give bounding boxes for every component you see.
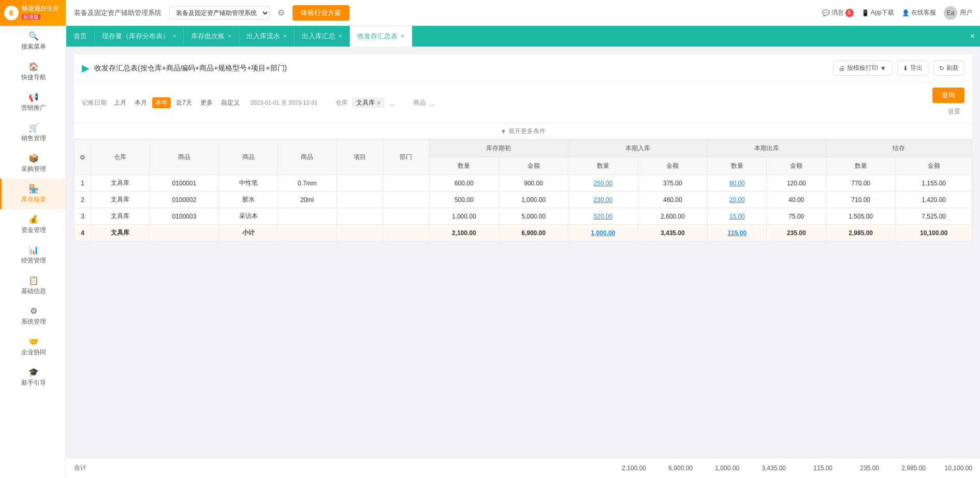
cell-out-amt: 235.00: [767, 225, 826, 241]
query-btn[interactable]: 查询: [932, 88, 964, 103]
tab-stock-dist[interactable]: 现存量（库存分布表） ×: [95, 26, 184, 47]
cell-goods-spec: [277, 208, 337, 225]
refresh-icon: ↻: [939, 65, 944, 72]
table-settings-icon[interactable]: ⚙: [80, 154, 85, 161]
sidebar-item-search[interactable]: 🔍 搜索菜单: [0, 26, 66, 56]
footer-bal-amt: 10,100.00: [931, 465, 972, 472]
sidebar-item-basic[interactable]: 📋 基础信息: [0, 270, 66, 301]
col-warehouse-header: 仓库: [91, 140, 150, 175]
cell-open-amt: 1,000.00: [499, 192, 568, 208]
tab-inout-flow[interactable]: 出入库流水 ×: [239, 26, 295, 47]
tab-close-batch[interactable]: ×: [228, 33, 231, 40]
subtotal-in-qty-link[interactable]: 1,000.00: [591, 229, 616, 237]
sidebar-item-newbie[interactable]: 🎓 新手引导: [0, 362, 66, 393]
date-btn-7days[interactable]: 近7天: [173, 97, 195, 108]
search-icon: 🔍: [28, 31, 39, 41]
cell-bal-amt: 1,155.00: [896, 175, 972, 192]
online-service-btn[interactable]: 👤 在线客服: [902, 8, 936, 17]
cell-in-qty: 230.00: [568, 192, 638, 208]
user-menu[interactable]: Ea 用户: [944, 6, 972, 20]
tab-close-inout-summary[interactable]: ×: [339, 33, 342, 40]
out-qty-link[interactable]: 15.00: [729, 213, 745, 220]
footer-out-amt: 235.00: [838, 465, 879, 472]
cell-dept: [383, 192, 429, 208]
expand-more-btn[interactable]: ▼ 展开更多条件: [501, 127, 546, 136]
cell-out-qty: 20.00: [708, 192, 767, 208]
sidebar-item-quick[interactable]: 🏠 快捷导航: [0, 56, 66, 87]
col-in-qty: 数量: [568, 157, 638, 175]
footer-bal-qty: 2,985.00: [884, 465, 926, 472]
footer-label: 合计: [74, 463, 86, 472]
date-filter-group: 记账日期 上月 本月 本年 近7天 更多 自定义: [82, 97, 243, 108]
main-content: ▶ 收发存汇总表(按仓库+商品编码+商品+规格型号+项目+部门) 🖨 按模板打印…: [66, 47, 980, 478]
cell-goods-name: 中性笔: [219, 175, 277, 192]
printer-icon: 🖨: [839, 65, 845, 72]
in-qty-link[interactable]: 230.00: [594, 196, 613, 204]
tab-close-recv-send[interactable]: ×: [401, 33, 404, 40]
date-btn-more[interactable]: 更多: [197, 97, 216, 108]
date-btn-this-year[interactable]: 本年: [152, 97, 171, 108]
in-qty-link[interactable]: 520.00: [594, 213, 613, 220]
cell-dept: [383, 208, 429, 225]
cell-goods-spec: 0.7mm: [277, 175, 337, 192]
out-qty-link[interactable]: 80.00: [729, 180, 745, 187]
cell-goods-code: 0100002: [150, 192, 219, 208]
basic-icon: 📋: [28, 276, 39, 285]
sidebar-item-collab[interactable]: 🤝 企业协同: [0, 331, 66, 362]
message-btn[interactable]: 💬 消息 6: [822, 8, 854, 17]
tab-close-stock-dist[interactable]: ×: [172, 33, 176, 40]
cell-bal-qty: 770.00: [826, 175, 895, 192]
cell-bal-amt: 1,420.00: [896, 192, 972, 208]
warehouse-more-dots[interactable]: ...: [389, 99, 395, 107]
cell-no: 1: [75, 175, 91, 192]
table-row: 1 文具库 0100001 中性笔 0.7mm 600.00 900.00 25…: [75, 175, 972, 192]
in-qty-link[interactable]: 250.00: [594, 180, 613, 187]
table-body: 1 文具库 0100001 中性笔 0.7mm 600.00 900.00 25…: [75, 175, 972, 241]
tab-recv-send[interactable]: 收发存汇总表 ×: [350, 26, 412, 47]
warehouse-tag-remove[interactable]: ×: [377, 99, 381, 107]
cell-out-amt: 120.00: [767, 175, 826, 192]
cell-in-qty: 250.00: [568, 175, 638, 192]
sidebar-item-operation[interactable]: 📊 经营管理: [0, 240, 66, 270]
tab-inout-summary[interactable]: 出入库汇总 ×: [295, 26, 350, 47]
goods-more-dots[interactable]: ...: [430, 99, 436, 107]
subtotal-out-qty-link[interactable]: 115.00: [727, 229, 747, 237]
col-project-header: 项目: [337, 140, 383, 175]
sidebar-item-marketing[interactable]: 📢 营销推广: [0, 87, 66, 118]
col-settings[interactable]: ⚙: [75, 140, 91, 175]
topbar-system-select[interactable]: 装备及固定资产辅助管理系统: [169, 6, 270, 20]
export-btn[interactable]: ⬇ 导出: [897, 61, 928, 76]
footer-open-qty: 2,100.00: [605, 465, 646, 472]
cell-in-amt: 3,435.00: [638, 225, 707, 241]
date-btn-custom[interactable]: 自定义: [218, 97, 243, 108]
date-btn-last-month[interactable]: 上月: [111, 97, 129, 108]
footer-in-amt: 3,435.00: [744, 465, 786, 472]
trial-btn[interactable]: 体验行业方案: [292, 5, 349, 21]
tabs-close-all[interactable]: ×: [965, 32, 980, 41]
cell-bal-qty: 710.00: [826, 192, 895, 208]
settings-btn[interactable]: 设置: [944, 105, 964, 118]
sidebar-item-finance[interactable]: 💰 资金管理: [0, 209, 66, 240]
app-download-btn[interactable]: 📱 App下载: [861, 8, 894, 17]
page-expand-icon[interactable]: ▶: [82, 63, 89, 74]
cell-in-qty: 520.00: [568, 208, 638, 225]
refresh-btn[interactable]: ↻ 刷新: [933, 61, 964, 76]
sidebar-item-purchase[interactable]: 📦 采购管理: [0, 148, 66, 179]
export-icon: ⬇: [903, 65, 908, 72]
sidebar-item-sales[interactable]: 🛒 销售管理: [0, 118, 66, 148]
footer-out-qty: 115.00: [791, 465, 832, 472]
col-dept-header: 部门: [383, 140, 429, 175]
sidebar-item-system[interactable]: ⚙ 系统管理: [0, 301, 66, 331]
gear-icon[interactable]: ⚙: [277, 8, 285, 18]
cell-open-amt: 5,000.00: [499, 208, 568, 225]
tab-close-inout-flow[interactable]: ×: [283, 33, 287, 40]
out-qty-link[interactable]: 20.00: [729, 196, 745, 204]
date-btn-this-month[interactable]: 本月: [131, 97, 150, 108]
print-btn[interactable]: 🖨 按模板打印 ▼: [833, 61, 892, 76]
cell-open-qty: 1,000.00: [429, 208, 499, 225]
cell-open-amt: 900.00: [499, 175, 568, 192]
tab-batch[interactable]: 库存批次账 ×: [184, 26, 239, 47]
sidebar-item-inventory[interactable]: 🏪 库存核算: [0, 179, 66, 209]
tab-home[interactable]: 首页: [66, 26, 95, 47]
cell-in-amt: 2,600.00: [638, 208, 707, 225]
